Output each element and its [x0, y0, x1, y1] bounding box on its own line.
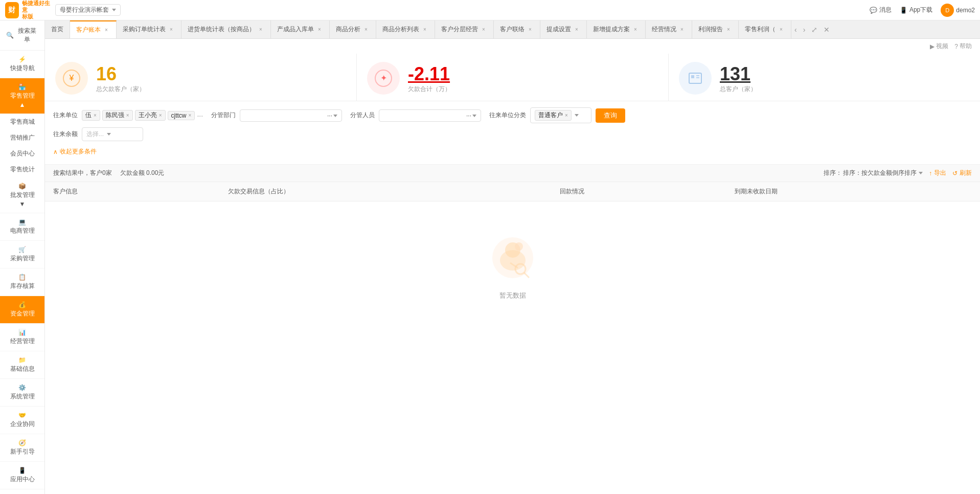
company-selector[interactable]: 母婴行业演示帐套 — [55, 4, 121, 16]
customer-tier-tab-label: 客户分层经营 — [441, 25, 478, 34]
tab-profit-report[interactable]: 利润报告 × — [692, 20, 739, 39]
tab-close-product-analysis[interactable]: × — [362, 26, 370, 33]
sidebar-item-finance[interactable]: 💰 资金管理 — [0, 296, 44, 324]
tab-nav-left[interactable]: ‹ — [791, 20, 800, 39]
tab-maximize[interactable]: ⤢ — [808, 20, 821, 39]
tab-close-customer-contact[interactable]: × — [527, 26, 534, 33]
tab-new-plan[interactable]: 新增提成方案 × — [587, 20, 646, 39]
inventory-label: 库存核算 — [10, 282, 35, 290]
person-select[interactable]: ··· — [379, 109, 481, 122]
tab-product-list[interactable]: 商品分析列表 × — [376, 20, 435, 39]
sidebar-item-members[interactable]: 会员中心 — [0, 146, 44, 162]
video-btn[interactable]: ▶ 视频 — [930, 42, 948, 51]
sidebar-item-retail-shop[interactable]: 零售商城 — [0, 114, 44, 130]
sidebar-item-app-center[interactable]: 📱 应用中心 — [0, 462, 44, 489]
tab-close-profit-report[interactable]: × — [725, 26, 732, 33]
finance-icon: 💰 — [18, 301, 26, 308]
sidebar-quick-nav[interactable]: ⚡ 快捷导航 — [0, 51, 44, 78]
tab-close-stock-stats[interactable]: × — [257, 26, 264, 33]
results-bar: 搜索结果中，客户0家 欠款金额 0.00元 排序： 排序：按欠款金额倒序排序 ↑… — [45, 165, 980, 182]
balance-placeholder: 选择... — [86, 130, 104, 139]
unit-tag-chen-close[interactable]: × — [126, 113, 129, 118]
unit-tag-wang[interactable]: 王小亮 × — [135, 110, 166, 121]
tab-close-product-list[interactable]: × — [421, 26, 428, 33]
user-profile[interactable]: D demo2 — [941, 4, 975, 17]
stat-label-total-customers: 总客户（家） — [720, 85, 757, 94]
tab-close-customer-tier[interactable]: × — [480, 26, 487, 33]
unit-tag-cjttcw-close[interactable]: × — [189, 113, 192, 118]
tab-close-all[interactable]: ✕ — [821, 20, 833, 39]
refresh-btn[interactable]: ↺ 刷新 — [952, 169, 972, 177]
tab-close-product-stock[interactable]: × — [316, 26, 323, 33]
sidebar-item-guide[interactable]: 🧭 新手引导 — [0, 434, 44, 462]
balance-select[interactable]: 选择... — [82, 127, 143, 141]
stock-stats-tab-label: 进货单统计表（按商品） — [188, 25, 255, 34]
message-btn[interactable]: 💬 消息 — [870, 6, 892, 14]
unit-type-tag-normal[interactable]: 普通客户 × — [535, 110, 572, 121]
tab-product-analysis[interactable]: 商品分析 × — [330, 20, 376, 39]
more-tags-btn[interactable]: ··· — [197, 111, 203, 120]
unit-tag-wang-close[interactable]: × — [159, 113, 162, 118]
tab-customer-tier[interactable]: 客户分层经营 × — [435, 20, 494, 39]
tab-stock-stats[interactable]: 进货单统计表（按商品） × — [181, 20, 271, 39]
tab-close-new-plan[interactable]: × — [632, 26, 639, 33]
sidebar-item-enterprise[interactable]: 🤝 企业协同 — [0, 407, 44, 434]
sidebar-item-retail-stats[interactable]: 零售统计 — [0, 162, 44, 177]
empty-icon — [487, 232, 538, 285]
tab-product-stock[interactable]: 产成品入库单 × — [271, 20, 330, 39]
dept-select[interactable]: ··· — [240, 109, 342, 122]
search-button[interactable]: 查询 — [596, 108, 625, 123]
sidebar-item-wechat[interactable]: 💬 企业微信 — [0, 489, 44, 494]
message-icon: 💬 — [870, 7, 877, 14]
unit-type-tag-close[interactable]: × — [565, 113, 568, 118]
sidebar-item-operations[interactable]: 📊 经营管理 — [0, 324, 44, 351]
operations-label: 经营管理 — [10, 337, 35, 346]
tab-business-status[interactable]: 经营情况 × — [646, 20, 692, 39]
sort-btn[interactable]: 排序： 排序：按欠款金额倒序排序 — [824, 169, 923, 177]
marketing-label: 营销推广 — [10, 134, 35, 141]
sidebar-item-marketing[interactable]: 营销推广 — [0, 130, 44, 146]
business-status-tab-label: 经营情况 — [652, 25, 676, 34]
sidebar-item-wholesale[interactable]: 📦 批发管理 ▼ — [0, 177, 44, 213]
tab-home[interactable]: 首页 — [45, 20, 70, 39]
stat-number-debt-customers: 16 — [96, 63, 145, 85]
sidebar-item-retail[interactable]: 🏪 零售管理 ▲ — [0, 78, 44, 114]
logo-area: 财 畅捷通好生意 标版 — [5, 0, 50, 20]
export-btn[interactable]: ↑ 导出 — [929, 169, 946, 177]
export-label: 导出 — [934, 169, 946, 177]
unit-type-select[interactable]: 普通客户 × — [530, 107, 591, 123]
tab-close-purchase-order[interactable]: × — [168, 26, 175, 33]
collapse-btn[interactable]: ∧ 收起更多条件 — [53, 147, 972, 156]
avatar: D — [941, 4, 954, 17]
tab-close-account[interactable]: × — [103, 27, 110, 34]
tab-close-retail-profit[interactable]: × — [778, 26, 785, 33]
search-menu-button[interactable]: 🔍 搜索菜单 — [4, 25, 40, 46]
unit-tag-cjttcw[interactable]: cjttcw × — [168, 111, 195, 120]
basic-info-icon: 📁 — [18, 356, 26, 364]
inventory-icon: 📋 — [18, 274, 26, 281]
sidebar-item-system[interactable]: ⚙️ 系统管理 — [0, 379, 44, 407]
sort-label: 排序： — [824, 169, 842, 177]
tab-purchase-order[interactable]: 采购订单统计表 × — [117, 20, 181, 39]
sidebar-item-inventory[interactable]: 📋 库存核算 — [0, 268, 44, 296]
retail-shop-label: 零售商城 — [10, 118, 35, 125]
tab-account[interactable]: 客户账本 × — [70, 20, 117, 39]
app-download-btn[interactable]: 📱 App下载 — [900, 6, 932, 14]
unit-tag-chen[interactable]: 陈民强 × — [102, 110, 133, 121]
tab-nav-right[interactable]: › — [800, 20, 809, 39]
tab-promotion-settings[interactable]: 提成设置 × — [540, 20, 587, 39]
col-repayment: 回款情况 — [552, 182, 726, 201]
sidebar-item-purchase[interactable]: 🛒 采购管理 — [0, 241, 44, 268]
unit-tag-wu[interactable]: 伍 × — [82, 110, 100, 121]
person-filter-label: 分管人员 — [350, 111, 375, 120]
unit-tag-wu-close[interactable]: × — [94, 113, 97, 118]
help-btn[interactable]: ? 帮助 — [954, 42, 972, 51]
tab-retail-profit[interactable]: 零售利润（ × — [739, 20, 791, 39]
tab-close-business-status[interactable]: × — [678, 26, 686, 33]
sidebar-item-basic-info[interactable]: 📁 基础信息 — [0, 351, 44, 379]
sidebar-item-ecommerce[interactable]: 💻 电商管理 — [0, 213, 44, 241]
tab-customer-contact[interactable]: 客户联络 × — [494, 20, 540, 39]
tab-close-promotion-settings[interactable]: × — [573, 26, 580, 33]
company-name: 母婴行业演示帐套 — [60, 6, 109, 14]
sidebar-search-area: 🔍 搜索菜单 — [0, 20, 44, 51]
